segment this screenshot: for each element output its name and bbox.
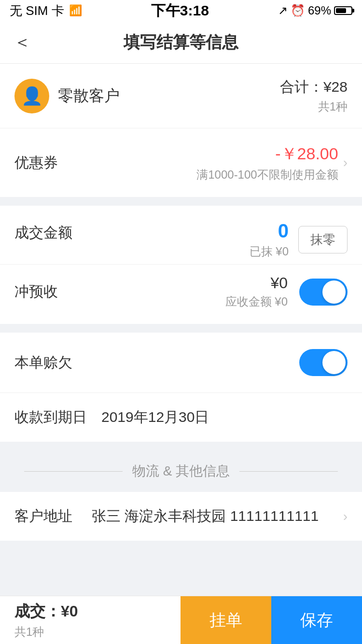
bottom-deal-label: 成交： xyxy=(14,602,61,620)
coupon-row[interactable]: 优惠券 -￥28.00 满1000-100不限制使用金额 › xyxy=(0,128,362,197)
prepayment-row: 冲预收 ¥0 应收金额 ¥0 xyxy=(0,264,362,324)
customer-info-left: 👤 零散客户 xyxy=(14,79,120,113)
logistics-header: 物流 & 其他信息 xyxy=(0,450,362,492)
prepayment-right: ¥0 应收金额 ¥0 xyxy=(225,274,348,309)
amount-right: 0 已抹 ¥0 抹零 xyxy=(250,220,348,259)
debt-section: 本单赊欠 收款到期日 2019年12月30日 xyxy=(0,333,362,442)
customer-count: 共1种 xyxy=(280,99,348,114)
status-right: ↗ ⏰ 69% xyxy=(278,4,352,17)
bottom-info: 成交：¥0 共1种 xyxy=(0,601,181,640)
bottom-count: 共1种 xyxy=(14,624,166,640)
page-title: 填写结算等信息 xyxy=(124,31,238,54)
customer-name: 零散客户 xyxy=(58,85,120,107)
customer-summary: 合计：¥28 共1种 xyxy=(280,77,348,114)
save-button[interactable]: 保存 xyxy=(271,596,362,644)
bottom-deal-amount: ¥0 xyxy=(61,602,78,620)
address-value: 张三 海淀永丰科技园 11111111111 xyxy=(92,506,338,526)
logistics-label: 物流 & 其他信息 xyxy=(132,462,230,480)
address-section: 客户地址 张三 海淀永丰科技园 11111111111 › xyxy=(0,492,362,541)
due-date-label: 收款到期日 xyxy=(14,407,87,427)
address-key-label: 客户地址 xyxy=(14,506,72,526)
amount-label: 成交金额 xyxy=(14,220,72,243)
debt-row: 本单赊欠 xyxy=(0,333,362,392)
nav-bar: ＜ 填写结算等信息 xyxy=(0,21,362,64)
prepayment-amount: ¥0 xyxy=(225,274,288,292)
wifi-icon: 📶 xyxy=(69,4,82,17)
location-icon: ↗ xyxy=(278,4,288,17)
due-date-row: 收款到期日 2019年12月30日 xyxy=(0,392,362,442)
avatar-icon: 👤 xyxy=(21,86,43,106)
hold-button[interactable]: 挂单 xyxy=(181,596,271,644)
due-date-value: 2019年12月30日 xyxy=(101,407,209,427)
battery-percent: 69% xyxy=(308,4,331,17)
debt-toggle[interactable] xyxy=(299,349,348,376)
coupon-label: 优惠券 xyxy=(14,153,58,173)
prepayment-toggle[interactable] xyxy=(299,279,348,306)
carrier-label: 无 SIM 卡 xyxy=(10,2,64,19)
debt-toggle-knob xyxy=(322,351,346,374)
transaction-section: 成交金额 0 已抹 ¥0 抹零 冲预收 ¥0 应收金额 ¥0 xyxy=(0,206,362,324)
coupon-info: -￥28.00 满1000-100不限制使用金额 xyxy=(196,143,338,182)
customer-row: 👤 零散客户 合计：¥28 共1种 xyxy=(0,64,362,128)
status-time: 下午3:18 xyxy=(151,1,209,21)
bottom-deal: 成交：¥0 xyxy=(14,601,166,622)
address-chevron-icon: › xyxy=(343,509,348,524)
back-button[interactable]: ＜ xyxy=(14,30,31,54)
amount-erased: 已抹 ¥0 xyxy=(250,244,289,259)
coupon-right: -￥28.00 满1000-100不限制使用金额 › xyxy=(196,143,348,182)
prepayment-label: 冲预收 xyxy=(14,282,58,302)
status-bar: 无 SIM 卡 📶 下午3:18 ↗ ⏰ 69% xyxy=(0,0,362,21)
coupon-description: 满1000-100不限制使用金额 xyxy=(196,167,338,182)
round-button[interactable]: 抹零 xyxy=(298,226,348,253)
battery-fill xyxy=(336,8,346,13)
customer-section: 👤 零散客户 合计：¥28 共1种 优惠券 -￥28.00 满1000-100不… xyxy=(0,64,362,197)
battery-icon xyxy=(334,6,352,15)
prepayment-amount-wrap: ¥0 应收金额 ¥0 xyxy=(225,274,288,309)
debt-label: 本单赊欠 xyxy=(14,353,72,373)
customer-avatar: 👤 xyxy=(14,79,49,113)
alarm-icon: ⏰ xyxy=(291,4,305,17)
status-left: 无 SIM 卡 📶 xyxy=(10,2,82,19)
customer-total: 合计：¥28 xyxy=(280,77,348,97)
bottom-bar: 成交：¥0 共1种 挂单 保存 xyxy=(0,596,362,644)
prepayment-receivable: 应收金额 ¥0 xyxy=(225,294,288,309)
amount-row: 成交金额 0 已抹 ¥0 抹零 xyxy=(0,206,362,264)
coupon-discount: -￥28.00 xyxy=(196,143,338,165)
address-row[interactable]: 客户地址 张三 海淀永丰科技园 11111111111 › xyxy=(0,492,362,541)
coupon-chevron-icon: › xyxy=(343,155,348,170)
amount-value: 0 xyxy=(250,220,289,242)
toggle-knob xyxy=(322,280,346,304)
amount-value-wrap: 0 已抹 ¥0 xyxy=(250,220,289,259)
